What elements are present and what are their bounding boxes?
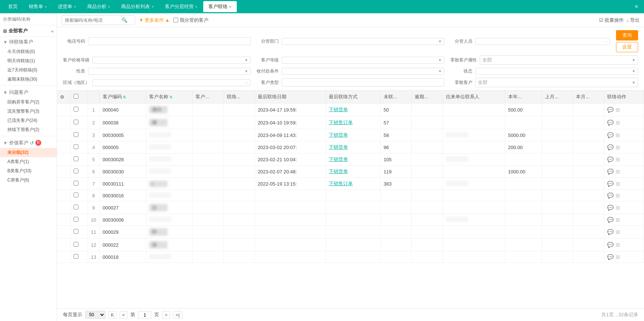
nature-select[interactable]: ▼ [88,68,251,75]
sidebar-item-class-c[interactable]: C类客户(6) [0,176,57,185]
status-select[interactable]: ▼ [475,68,638,75]
grid-action-icon[interactable]: ⊞ [616,205,620,211]
chat-icon[interactable]: 💬 [607,107,613,113]
product-analysis-tab-close[interactable]: × [108,4,110,9]
sales-tab-close[interactable]: × [45,4,47,9]
customer-segment-tab-close[interactable]: × [195,4,197,9]
row-checkbox[interactable] [74,120,78,124]
nav-tab-product-analysis[interactable]: 商品分析 × [82,1,115,12]
th-overdue[interactable]: 逾期... [412,91,443,103]
contact-type-link[interactable]: 下销货单 [329,169,348,174]
grid-action-icon[interactable]: ⊞ [616,120,620,126]
sidebar-group-pending[interactable]: ▼ 待联络客户 [0,37,57,47]
my-customers-checkbox[interactable] [173,18,178,22]
row-checkbox[interactable] [74,107,78,112]
grid-action-icon[interactable]: ⊞ [616,144,620,150]
sidebar-item-overdue-pending[interactable]: 逾期未联络(30) [0,75,57,84]
next-page-btn[interactable]: > [162,311,170,319]
export-btn[interactable]: ↓ 导出 [627,17,640,24]
chat-icon[interactable]: 💬 [607,193,613,198]
sidebar-group-value[interactable]: ▼ 价值客户 ↺ R [0,138,57,148]
th-name[interactable]: 客户名称 ⇅ [146,91,192,103]
th-last-contact-date[interactable]: 最后联络日期 [254,91,325,103]
chat-icon[interactable]: 💬 [607,120,613,126]
grid-action-icon[interactable]: ⊞ [616,132,620,138]
grid-action-icon[interactable]: ⊞ [616,217,620,223]
th-type[interactable]: 客户... [193,91,224,103]
row-checkbox[interactable] [74,132,78,137]
contact-type-link[interactable]: 下销货单 [329,132,348,138]
sidebar-group-problem[interactable]: ▼ 问题客户 [0,87,57,98]
contact-type-link[interactable]: 下销货单 [329,144,348,150]
query-button[interactable]: 查询 [616,30,638,40]
th-last-month[interactable]: 上月... [542,91,573,103]
chat-icon[interactable]: 💬 [607,254,613,260]
sidebar-all-customers[interactable]: ⊞ 全部客户 « [0,25,57,37]
chat-icon[interactable]: 💬 [607,144,613,150]
cust-type-input[interactable] [282,78,444,87]
more-conditions-btn[interactable]: ▼ 更多条件 ▲ [139,17,170,24]
grid-action-icon[interactable]: ⊞ [616,181,620,187]
row-checkbox[interactable] [74,254,78,259]
sidebar-item-ungrouped[interactable]: 未分组(32) [0,148,57,157]
chat-icon[interactable]: 💬 [607,242,613,248]
th-uncontacted[interactable]: 未联... [380,91,411,103]
sidebar-item-churn-warning[interactable]: 流失预警客户(3) [0,107,57,116]
price-level-select[interactable]: ▼ [92,57,251,64]
sidebar-item-declining[interactable]: 持续下滑客户(2) [0,125,57,134]
reset-button[interactable]: 设置 [616,42,638,52]
payment-select[interactable]: ▼ [282,68,444,75]
sidebar-item-week-pending[interactable]: 近7天待联络(0) [0,66,57,75]
th-last-contact-type[interactable]: 最后联络方式 [326,91,381,103]
grid-action-icon[interactable]: ⊞ [616,242,620,248]
prev-page-btn[interactable]: < [120,311,128,319]
chat-icon[interactable]: 💬 [607,156,613,162]
th-settings[interactable]: ⚙ [57,91,70,103]
sidebar-search-input[interactable] [3,17,57,22]
row-checkbox[interactable] [74,205,78,209]
product-analysis-list-tab-close[interactable]: × [151,4,154,9]
nav-tab-purchase[interactable]: 进货单 × [53,1,81,12]
grid-action-icon[interactable]: ⊞ [616,156,620,162]
row-checkbox[interactable] [74,144,78,149]
cust-level-select[interactable]: ▼ [282,57,444,64]
grid-action-icon[interactable]: ⊞ [616,254,620,260]
contact-type-link[interactable]: 下销售订单 [329,120,353,125]
grid-action-icon[interactable]: ⊞ [616,169,620,174]
row-checkbox[interactable] [74,193,78,197]
last-page-btn[interactable]: >| [173,311,182,319]
sidebar-item-abnormal-repurchase[interactable]: 回购异常客户(2) [0,98,57,107]
retail-cust-select[interactable]: 全部 ▼ [475,78,638,87]
purchase-tab-close[interactable]: × [74,4,76,9]
sidebar-item-churned[interactable]: 已流失客户(24) [0,116,57,125]
th-contact[interactable]: 联络... [224,91,254,103]
chat-icon[interactable]: 💬 [607,181,613,187]
chat-icon[interactable]: 💬 [607,217,613,223]
row-checkbox[interactable] [74,242,78,247]
contact-type-link[interactable]: 下销货单 [329,107,348,112]
close-all-btn[interactable]: × [632,3,641,10]
row-checkbox[interactable] [74,169,78,173]
row-checkbox[interactable] [74,217,78,222]
nav-tab-customer-segment[interactable]: 客户分层经营 × [160,1,203,12]
refresh-icon[interactable]: ↺ [30,140,34,146]
page-input[interactable] [138,311,151,319]
th-this-year[interactable]: 本年... [505,91,542,103]
row-checkbox[interactable] [74,181,78,186]
grid-action-icon[interactable]: ⊞ [616,107,620,113]
th-this-month[interactable]: 本月... [573,91,604,103]
th-contact-person[interactable]: 往来单位联系人 [443,91,505,103]
per-page-select[interactable]: 50 20 100 [85,311,105,319]
th-code[interactable]: 客户编码 ⇅ [99,91,146,103]
contact-type-link[interactable]: 下销售订单 [329,181,353,186]
nav-tab-sales[interactable]: 销售单 × [24,1,52,12]
region-select[interactable]: ··· [92,79,251,86]
row-checkbox[interactable] [74,156,78,161]
main-search-input[interactable] [65,18,120,23]
chat-icon[interactable]: 💬 [607,205,613,211]
select-all-checkbox[interactable] [74,94,78,99]
sidebar-item-today-pending[interactable]: 今天待联络(0) [0,47,57,56]
sidebar-item-tomorrow-pending[interactable]: 明天待联络(1) [0,56,57,66]
row-checkbox[interactable] [74,229,78,234]
first-page-btn[interactable]: K [108,311,117,319]
